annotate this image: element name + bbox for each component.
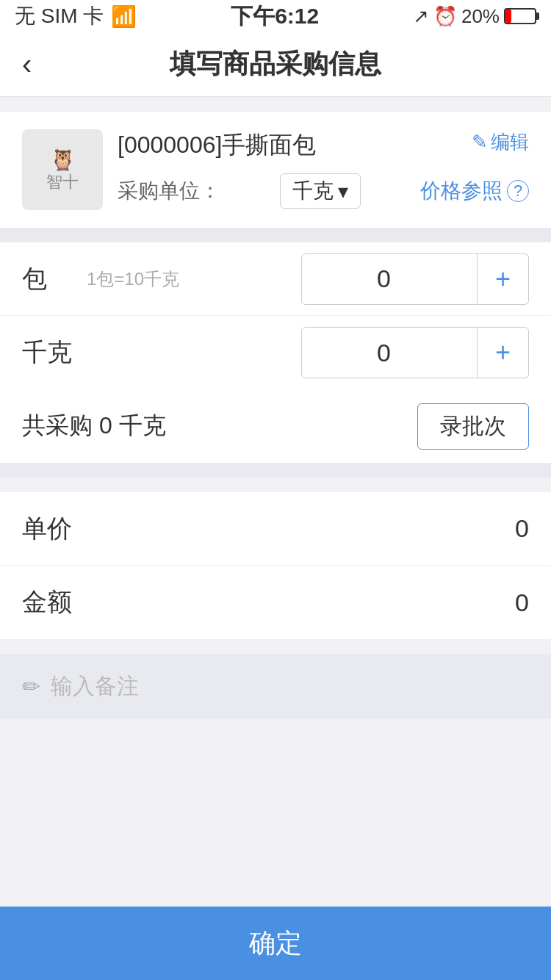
unit-price-row: 单价 0 [0, 492, 551, 566]
product-full-name: [0000006]手撕面包 [118, 129, 316, 162]
unit-dropdown[interactable]: 千克 ▾ [280, 173, 361, 209]
battery-percent: 20% [461, 5, 500, 28]
bao-input-row: 包 1包=10千克 + [0, 242, 551, 316]
info-icon: ? [507, 180, 529, 202]
kg-plus-button[interactable]: + [478, 327, 529, 378]
product-thumbnail: 🦉 智十 [22, 129, 103, 210]
confirm-button-label: 确定 [249, 926, 302, 962]
product-thumb-label: 🦉 智十 [46, 148, 79, 192]
edit-button[interactable]: ✎ 编辑 [472, 129, 529, 155]
status-left: 无 SIM 卡 📶 [15, 2, 137, 30]
confirm-bar[interactable]: 确定 [0, 907, 551, 980]
bao-plus-button[interactable]: + [478, 253, 529, 305]
chevron-down-icon: ▾ [338, 179, 348, 203]
bao-input[interactable] [301, 253, 478, 305]
status-right: ↗ ⏰ 20% [413, 5, 536, 28]
price-section: 单价 0 金额 0 [0, 492, 551, 639]
price-ref-button[interactable]: 价格参照 ? [420, 177, 529, 205]
bao-input-group: + [301, 253, 529, 305]
back-button[interactable]: ‹ [22, 48, 32, 81]
product-info: [0000006]手撕面包 ✎ 编辑 采购单位： 千克 ▾ 价格参照 ? [118, 129, 529, 209]
pencil-icon: ✏ [22, 674, 40, 699]
nav-bar: ‹ 填写商品采购信息 [0, 32, 551, 97]
input-section: 包 1包=10千克 + 千克 + [0, 242, 551, 389]
summary-text: 共采购 0 千克 [22, 410, 166, 442]
unit-price-label: 单价 [22, 512, 72, 546]
bao-sublabel: 1包=10千克 [87, 267, 301, 291]
page-title: 填写商品采购信息 [170, 46, 381, 82]
kg-input-row: 千克 + [0, 316, 551, 389]
status-time: 下午6:12 [231, 1, 319, 32]
alarm-icon: ⏰ [433, 5, 457, 28]
amount-row: 金额 0 [0, 566, 551, 639]
location-icon: ↗ [413, 5, 429, 28]
amount-label: 金额 [22, 586, 72, 619]
product-name-row: [0000006]手撕面包 ✎ 编辑 [118, 129, 529, 162]
kg-input-group: + [301, 327, 529, 378]
amount-value: 0 [515, 588, 529, 617]
kg-input[interactable] [301, 327, 478, 378]
wifi-icon: 📶 [111, 4, 137, 29]
edit-icon: ✎ [472, 131, 488, 154]
sim-label: 无 SIM 卡 [15, 2, 104, 30]
note-section[interactable]: ✏ 输入备注 [0, 654, 551, 719]
status-bar: 无 SIM 卡 📶 下午6:12 ↗ ⏰ 20% [0, 0, 551, 32]
section-divider-2 [0, 463, 551, 478]
summary-row: 共采购 0 千克 录批次 [0, 389, 551, 463]
note-placeholder: 输入备注 [51, 671, 139, 702]
kg-label: 千克 [22, 336, 81, 370]
unit-label: 采购单位： [118, 177, 220, 205]
product-card: 🦉 智十 [0000006]手撕面包 ✎ 编辑 采购单位： 千克 ▾ 价格参照 [0, 112, 551, 228]
unit-price-value: 0 [515, 514, 529, 543]
batch-button[interactable]: 录批次 [417, 403, 529, 450]
purchase-unit-row: 采购单位： 千克 ▾ 价格参照 ? [118, 173, 529, 209]
section-divider-1 [0, 228, 551, 242]
battery-icon [504, 8, 536, 24]
bao-label: 包 [22, 262, 81, 296]
